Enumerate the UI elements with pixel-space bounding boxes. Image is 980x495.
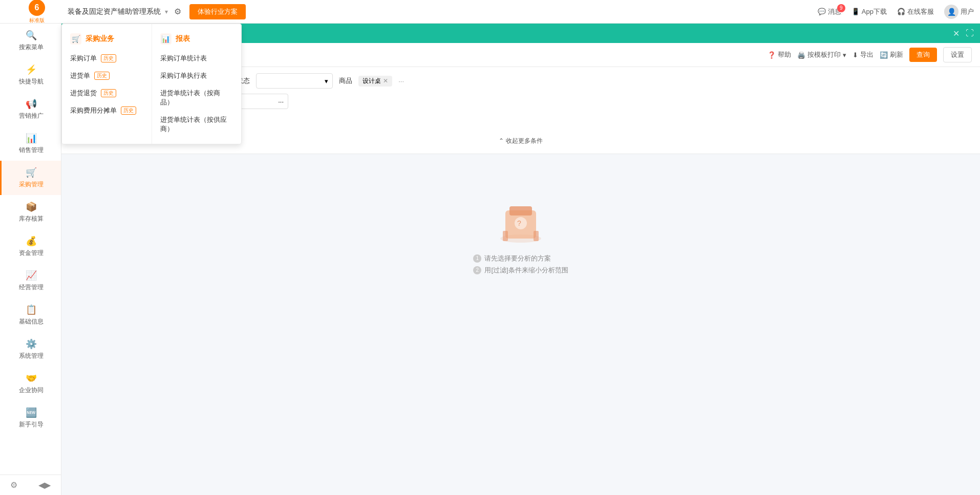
headset-icon: 🎧 <box>897 8 905 15</box>
top-header: 6 标准版 装备及固定资产辅助管理系统 ▾ ⚙ 体验行业方案 💬 消息 9 📱 … <box>0 0 980 24</box>
menu-item-cost-allocation[interactable]: 采购费用分摊单 历史 <box>62 102 152 119</box>
purchase-section-label: 采购业务 <box>86 34 114 44</box>
refresh-btn[interactable]: 🔄 刷新 <box>880 50 903 59</box>
query-btn[interactable]: 查询 <box>909 48 937 62</box>
returns-badge: 历史 <box>101 89 116 97</box>
system-icon: ⚙️ <box>26 338 37 350</box>
product-tag: 设计桌 ✕ <box>358 76 392 87</box>
system-dropdown-arrow[interactable]: ▾ <box>165 8 168 15</box>
sidebar-label-purchase: 采购管理 <box>19 180 44 189</box>
user-avatar: 👤 <box>944 5 958 19</box>
salesperson-dropdown-icon: ··· <box>278 98 284 105</box>
report-col: 📊 报表 采购订单统计表 采购订单执行表 进货单统计表（按商品） 进货单统计表（… <box>152 24 242 144</box>
svg-rect-2 <box>509 206 532 216</box>
menu-item-purchase-order[interactable]: 采购订单 历史 <box>62 50 152 67</box>
sidebar-collapse-btn[interactable]: ◀▶ <box>38 480 51 490</box>
menu-item-incoming-stats-by-product[interactable]: 进货单统计表（按商品） <box>152 84 242 111</box>
logo-char: 6 <box>35 3 39 12</box>
sidebar-bottom: ⚙ ◀▶ <box>0 475 61 495</box>
print-label: 按模板打印 <box>807 50 841 59</box>
logo-icon: 6 <box>29 0 45 16</box>
purchase-section-icon: 🛒 <box>70 33 81 45</box>
product-more-ellipsis[interactable]: ··· <box>398 77 404 85</box>
cost-allocation-badge: 历史 <box>121 106 136 115</box>
sidebar-item-search[interactable]: 🔍 搜索菜单 <box>0 24 61 58</box>
sidebar-item-quick-nav[interactable]: ⚡ 快捷导航 <box>0 58 61 92</box>
report-section-label: 报表 <box>176 34 190 44</box>
industry-btn[interactable]: 体验行业方案 <box>189 4 246 19</box>
app-download-label: App下载 <box>862 7 887 16</box>
user-label: 用户 <box>961 7 974 16</box>
sidebar-item-sales[interactable]: 📊 销售管理 <box>0 126 61 161</box>
svg-text:?: ? <box>517 219 521 227</box>
online-service-label: 在线客服 <box>907 7 934 16</box>
user-action[interactable]: 👤 用户 <box>944 5 974 19</box>
empty-state: ? 1 请先选择要分析的方案 2 用[过滤]条件来缩小分析范围 <box>61 154 980 317</box>
sidebar-item-finance[interactable]: 💰 资金管理 <box>0 229 61 264</box>
enterprise-icon: 🤝 <box>26 373 37 384</box>
settings-icon[interactable]: ⚙ <box>174 7 181 16</box>
product-label: 商品 <box>339 76 352 85</box>
print-btn[interactable]: 🖨️ 按模板打印 ▾ <box>797 50 846 59</box>
operations-icon: 📈 <box>26 270 37 281</box>
sidebar-label-search: 搜索菜单 <box>19 43 44 52</box>
sidebar-item-guide[interactable]: 🆕 新手引导 <box>0 401 61 435</box>
menu-item-purchase-order-exec[interactable]: 采购订单执行表 <box>152 67 242 84</box>
system-title-area: 装备及固定资产辅助管理系统 ▾ ⚙ 体验行业方案 <box>68 4 818 19</box>
basic-info-icon: 📋 <box>26 304 37 315</box>
collapse-label: 收起更多条件 <box>506 137 543 144</box>
menu-item-incoming-stats-by-supplier[interactable]: 进货单统计表（按供应商） <box>152 111 242 138</box>
refresh-label: 刷新 <box>890 50 903 59</box>
incoming-stats-supplier-label: 进货单统计表（按供应商） <box>160 115 233 134</box>
online-service-action[interactable]: 🎧 在线客服 <box>897 7 934 16</box>
message-icon: 💬 <box>818 8 826 15</box>
sidebar-settings-btn[interactable]: ⚙ <box>10 480 17 490</box>
sidebar-item-inventory[interactable]: 📦 库存核算 <box>0 195 61 229</box>
sidebar-item-enterprise[interactable]: 🤝 企业协同 <box>0 367 61 401</box>
messages-action[interactable]: 💬 消息 9 <box>818 7 841 16</box>
export-btn[interactable]: ⬇ 导出 <box>853 50 874 59</box>
menu-item-incoming[interactable]: 进货单 历史 <box>62 67 152 84</box>
menu-item-purchase-order-stats[interactable]: 采购订单统计表 <box>152 50 242 67</box>
returns-label: 进货退货 <box>70 89 97 98</box>
help-icon: ❓ <box>768 51 776 59</box>
collapse-icon: ⌃ <box>499 137 504 144</box>
report-section-title: 📊 报表 <box>152 30 242 50</box>
search-icon: 🔍 <box>26 30 37 41</box>
help-btn[interactable]: ❓ 帮助 <box>768 50 791 59</box>
logo-text: 标准版 <box>29 17 45 24</box>
sidebar-label-quick-nav: 快捷导航 <box>19 77 44 86</box>
purchase-section-title: 🛒 采购业务 <box>62 30 152 50</box>
sidebar-label-enterprise: 企业协同 <box>19 386 44 395</box>
purchase-order-exec-label: 采购订单执行表 <box>160 71 207 80</box>
tab-close-window-btn[interactable]: ✕ <box>951 27 962 40</box>
menu-item-returns[interactable]: 进货退货 历史 <box>62 84 152 102</box>
sidebar-item-purchase[interactable]: 🛒 采购管理 <box>0 161 61 195</box>
product-tag-value: 设计桌 <box>363 77 381 85</box>
export-icon: ⬇ <box>853 51 858 59</box>
product-tag-close[interactable]: ✕ <box>383 77 388 84</box>
sidebar-item-basic-info[interactable]: 📋 基础信息 <box>0 298 61 332</box>
sidebar: 🔍 搜索菜单 ⚡ 快捷导航 📢 营销推广 📊 销售管理 🛒 采购管理 📦 库存核… <box>0 24 61 495</box>
sidebar-label-marketing: 营销推广 <box>19 112 44 120</box>
order-status-dropdown-icon: ▾ <box>325 77 328 85</box>
incoming-stats-product-label: 进货单统计表（按商品） <box>160 89 233 107</box>
empty-hint-1: 1 请先选择要分析的方案 <box>473 252 568 264</box>
tab-maximize-btn[interactable]: ⛶ <box>964 27 976 40</box>
settings-btn[interactable]: 设置 <box>943 47 972 62</box>
svg-rect-6 <box>534 231 539 241</box>
sidebar-item-marketing[interactable]: 📢 营销推广 <box>0 92 61 126</box>
app-download-action[interactable]: 📱 App下载 <box>851 7 887 16</box>
purchase-business-col: 🛒 采购业务 采购订单 历史 进货单 历史 进货退货 历史 采购费用分摊单 历史 <box>62 24 152 144</box>
sidebar-label-finance: 资金管理 <box>19 249 44 257</box>
sidebar-item-system[interactable]: ⚙️ 系统管理 <box>0 332 61 367</box>
print-dropdown-icon[interactable]: ▾ <box>843 51 846 59</box>
tab-bar-right: ✕ ⛶ <box>951 27 980 40</box>
quick-nav-icon: ⚡ <box>26 64 37 75</box>
sidebar-item-operations[interactable]: 📈 经营管理 <box>0 264 61 298</box>
incoming-badge: 历史 <box>94 72 110 80</box>
phone-icon: 📱 <box>851 8 860 15</box>
order-status-select[interactable]: ▾ <box>256 73 333 89</box>
purchase-order-badge: 历史 <box>101 54 116 62</box>
sidebar-label-basic-info: 基础信息 <box>19 317 44 326</box>
